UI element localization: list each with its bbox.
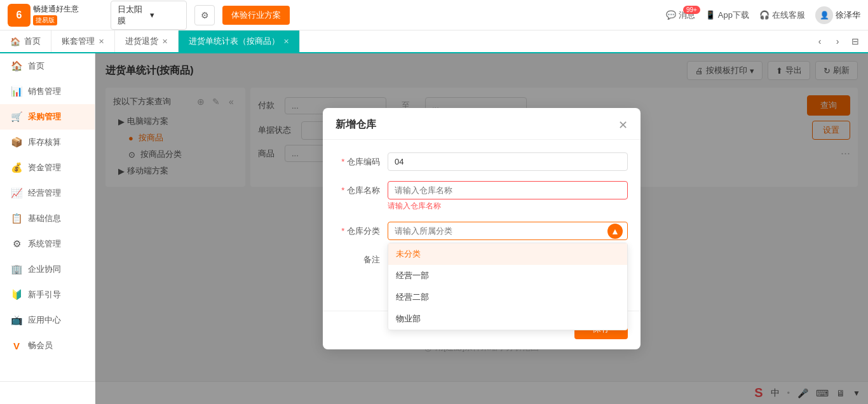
sidebar-label-system: 系统管理	[28, 238, 61, 250]
sales-icon: 📊	[10, 85, 23, 98]
name-error-message: 请输入仓库名称	[388, 201, 628, 212]
sidebar-item-finance[interactable]: 💰 资金管理	[0, 155, 95, 180]
sidebar-item-system[interactable]: ⚙ 系统管理	[0, 231, 95, 257]
sidebar-item-purchase[interactable]: 🛒 采购管理	[0, 104, 95, 130]
system-icon: ⚙	[10, 238, 23, 250]
dialog-header: 新增仓库 ✕	[323, 108, 641, 140]
brand-name: 畅捷通好生意	[33, 4, 79, 15]
sidebar-item-sales[interactable]: 📊 销售管理	[0, 79, 95, 104]
sidebar-label-purchase: 采购管理	[28, 111, 61, 123]
topbar: 6 畅捷通好生意 捷易版 日太阳膜 ▾ ⚙ 体验行业方案 💬 消息 99+ 📱 …	[0, 0, 868, 30]
gear-icon: ⚙	[201, 10, 209, 20]
warehouse-name-row: * 仓库名称 请输入仓库名称	[336, 181, 628, 212]
logo-area: 6 畅捷通好生意 捷易版	[8, 4, 103, 27]
app-download-label: App下载	[718, 10, 749, 21]
enterprise-icon: 🏢	[10, 263, 23, 276]
sidebar-label-sales: 销售管理	[28, 86, 61, 97]
category-option-unclassified[interactable]: 未分类	[388, 243, 627, 265]
dialog-body: * 仓库编码 * 仓库名称	[323, 140, 641, 311]
tab-home[interactable]: 🏠 首页	[0, 30, 51, 53]
brand-badge: 捷易版	[33, 15, 57, 25]
inventory-icon: 📦	[10, 136, 23, 149]
sidebar-item-inventory[interactable]: 📦 库存核算	[0, 130, 95, 155]
topbar-right: 💬 消息 99+ 📱 App下载 🎧 在线客服 👤 徐泽华	[666, 6, 860, 24]
warehouse-code-row: * 仓库编码	[336, 152, 628, 171]
sidebar-label-inventory: 库存核算	[28, 137, 61, 148]
tab-purchase-stats[interactable]: 进货单统计表（按商品） ✕	[179, 30, 300, 53]
purchase-return-tab-label: 进货退货	[125, 36, 158, 47]
notification-badge: 99+	[683, 6, 700, 14]
sidebar-label-home: 首页	[28, 60, 44, 72]
category-option-dept2[interactable]: 经营二部	[388, 286, 627, 308]
guide-icon: 🔰	[10, 288, 23, 301]
operations-icon: 📈	[10, 187, 23, 199]
sidebar-item-operations[interactable]: 📈 经营管理	[0, 180, 95, 206]
online-service-button[interactable]: 🎧 在线客服	[759, 10, 805, 21]
tab-purchase-stats-close-icon[interactable]: ✕	[283, 37, 289, 46]
user-info[interactable]: 👤 徐泽华	[815, 6, 860, 24]
category-field: ▲ 未分类 经营一部 经营二部 物业部	[388, 222, 628, 240]
sidebar-item-apps[interactable]: 📺 应用中心	[0, 307, 95, 333]
warehouse-code-input[interactable]	[388, 152, 628, 171]
sidebar-item-enterprise[interactable]: 🏢 企业协同	[0, 257, 95, 282]
tab-account[interactable]: 账套管理 ✕	[51, 30, 115, 53]
dialog-close-icon[interactable]: ✕	[618, 119, 628, 131]
new-warehouse-dialog: 新增仓库 ✕ * 仓库编码	[323, 108, 641, 349]
brand-text: 畅捷通好生意 捷易版	[33, 4, 79, 26]
sidebar: 🏠 首页 📊 销售管理 🛒 采购管理 📦 库存核算 💰 资金管理 📈 经营管理 …	[0, 53, 95, 404]
main-layout: 🏠 首页 📊 销售管理 🛒 采购管理 📦 库存核算 💰 资金管理 📈 经营管理 …	[0, 53, 868, 404]
home-tab-label: 首页	[24, 36, 41, 47]
category-option-dept1[interactable]: 经营一部	[388, 265, 627, 286]
category-dropdown: 未分类 经营一部 经营二部 物业部	[388, 243, 628, 330]
sidebar-label-guide: 新手引导	[28, 289, 61, 300]
sidebar-label-enterprise: 企业协同	[28, 264, 61, 275]
tab-prev-icon[interactable]: ‹	[812, 34, 827, 49]
app-download-button[interactable]: 📱 App下载	[705, 10, 749, 21]
tab-account-close-icon[interactable]: ✕	[98, 37, 104, 46]
sidebar-item-home[interactable]: 🏠 首页	[0, 53, 95, 79]
account-tab-label: 账套管理	[62, 36, 95, 47]
finance-icon: 💰	[10, 161, 23, 174]
mobile-icon: 📱	[705, 10, 715, 20]
warehouse-category-row: * 仓库分类 ▲ 未分类 经营一部 经营二部 物业部	[336, 222, 628, 240]
warehouse-category-input[interactable]	[388, 222, 628, 240]
trial-button[interactable]: 体验行业方案	[222, 6, 290, 25]
notification-button[interactable]: 💬 消息 99+	[666, 10, 695, 21]
tab-purchase-return-close-icon[interactable]: ✕	[162, 37, 168, 46]
home-icon: 🏠	[10, 60, 23, 72]
modal-overlay: 新增仓库 ✕ * 仓库编码	[95, 53, 868, 404]
sidebar-label-apps: 应用中心	[28, 314, 61, 326]
sidebar-item-member[interactable]: V 畅会员	[0, 333, 95, 358]
apps-icon: 📺	[10, 314, 23, 327]
sidebar-item-guide[interactable]: 🔰 新手引导	[0, 282, 95, 307]
category-option-property[interactable]: 物业部	[388, 308, 627, 330]
home-tab-icon: 🏠	[10, 37, 20, 46]
category-required-icon: *	[341, 226, 344, 236]
dialog-title: 新增仓库	[336, 118, 376, 131]
name-field: 请输入仓库名称	[388, 181, 628, 212]
content-area: 进货单统计(按商品) 🖨 按模板打印 ▾ ⬆ 导出 ↻ 刷新	[95, 53, 868, 404]
tabbar: 🏠 首页 账套管理 ✕ 进货退货 ✕ 进货单统计表（按商品） ✕ ‹ › ⊟	[0, 30, 868, 53]
purchase-stats-tab-label: 进货单统计表（按商品）	[189, 36, 280, 47]
sidebar-item-basic[interactable]: 📋 基础信息	[0, 206, 95, 231]
tab-menu-icon[interactable]: ⊟	[848, 34, 863, 49]
message-icon: 💬	[666, 10, 676, 20]
warehouse-name-input[interactable]	[388, 181, 628, 199]
store-selector[interactable]: 日太阳膜 ▾	[111, 1, 187, 30]
logo-icon: 6	[8, 4, 31, 27]
settings-button[interactable]: ⚙	[194, 5, 215, 25]
username: 徐泽华	[836, 10, 860, 21]
sidebar-label-operations: 经营管理	[28, 187, 61, 199]
tab-purchase-return[interactable]: 进货退货 ✕	[115, 30, 179, 53]
name-label: * 仓库名称	[336, 181, 380, 196]
dropdown-arrow-icon: ▾	[150, 10, 180, 20]
store-name: 日太阳膜	[118, 4, 147, 27]
category-label: * 仓库分类	[336, 222, 380, 237]
avatar: 👤	[815, 6, 833, 24]
online-service-label: 在线客服	[772, 10, 805, 21]
tabbar-actions: ‹ › ⊟	[807, 34, 868, 49]
category-toggle-icon[interactable]: ▲	[607, 224, 623, 239]
tab-next-icon[interactable]: ›	[830, 34, 845, 49]
purchase-icon: 🛒	[10, 111, 23, 123]
headset-icon: 🎧	[759, 10, 770, 20]
